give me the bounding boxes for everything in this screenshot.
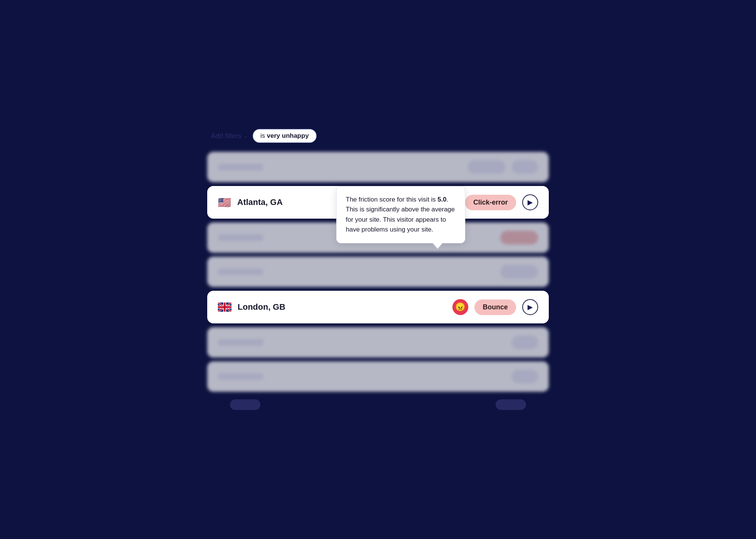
blurred-location xyxy=(218,164,263,170)
add-filters-button[interactable]: Add filters ⌄ xyxy=(211,132,248,140)
gb-flag-icon xyxy=(218,303,232,312)
location-label: London, GB xyxy=(238,302,446,312)
blurred-badge xyxy=(468,160,506,174)
list-item xyxy=(207,327,549,358)
scroll-indicators xyxy=(207,396,549,410)
play-button[interactable]: ▶ xyxy=(522,299,538,315)
tooltip-score: 5.0 xyxy=(438,196,447,203)
filter-bar: Add filters ⌄ is very unhappy xyxy=(207,129,549,143)
filter-value: very unhappy xyxy=(267,132,309,139)
blurred-badge-sm xyxy=(512,160,538,174)
add-filters-label: Add filters xyxy=(211,132,241,140)
blurred-badge-sm xyxy=(512,370,538,383)
list-item xyxy=(207,152,549,182)
blurred-badge xyxy=(500,231,538,244)
main-container: Add filters ⌄ is very unhappy The fricti… xyxy=(207,129,549,410)
blurred-location xyxy=(218,373,263,380)
blurred-badge xyxy=(500,265,538,279)
tooltip-text-before: The friction score for this visit is xyxy=(346,196,438,203)
click-error-badge[interactable]: Click-error xyxy=(465,195,516,210)
list-item xyxy=(207,257,549,287)
blurred-badge-sm xyxy=(512,336,538,349)
chevron-down-icon: ⌄ xyxy=(244,133,248,139)
tooltip-wrapper: The friction score for this visit is 5.0… xyxy=(336,186,465,243)
friction-score-tooltip: The friction score for this visit is 5.0… xyxy=(336,186,465,243)
angry-emoji: 😠 xyxy=(455,302,465,312)
bounce-badge[interactable]: Bounce xyxy=(474,299,516,315)
list-item: London, GB 😠 Bounce ▶ xyxy=(207,291,549,323)
active-filter-tag[interactable]: is very unhappy xyxy=(253,129,317,143)
sentiment-icon: 😠 xyxy=(452,299,468,315)
scroll-pill-right xyxy=(496,399,526,410)
blurred-location xyxy=(218,234,263,241)
us-flag-icon: 🇺🇸 xyxy=(218,196,231,209)
play-button[interactable]: ▶ xyxy=(522,194,538,210)
blurred-location xyxy=(218,339,263,346)
filter-prefix: is xyxy=(260,132,267,139)
rows-wrapper: The friction score for this visit is 5.0… xyxy=(207,152,549,392)
blurred-location xyxy=(218,268,263,275)
list-item xyxy=(207,361,549,392)
scroll-pill-left xyxy=(230,399,260,410)
